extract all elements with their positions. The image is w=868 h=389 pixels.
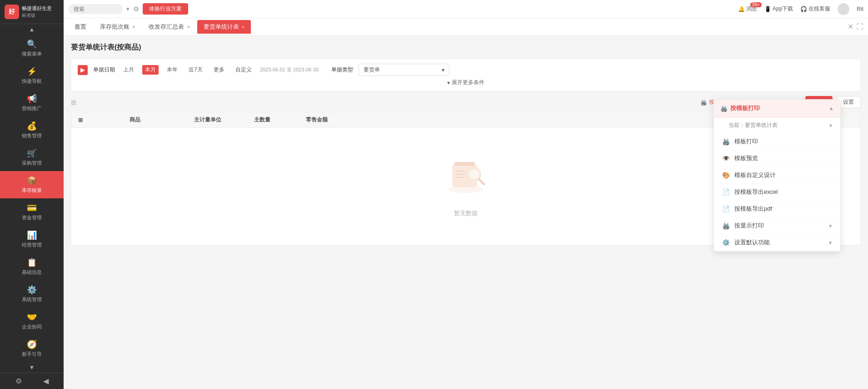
type-select[interactable]: 要货单 ▾ xyxy=(359,64,449,76)
sidebar-item-search[interactable]: 🔍 搜索菜单 xyxy=(0,35,64,62)
topbar: ▾ ⚙ 体验行业方案 🔔 消息 99+ 📱 App下载 🎧 在线客服 Rit xyxy=(64,0,868,18)
empty-text: 暂无数据 xyxy=(454,209,478,217)
svg-point-4 xyxy=(469,169,479,179)
tab-inventory-batch[interactable]: 库存批次账 × xyxy=(94,20,141,34)
coop-icon: 🤝 xyxy=(27,312,37,322)
sidebar-item-marketing[interactable]: 📢 营销推广 xyxy=(0,89,64,116)
col-config-icon[interactable]: ⊞ xyxy=(71,117,90,123)
operations-icon: 📊 xyxy=(27,230,37,240)
type-filter-label: 单据类型 xyxy=(331,66,353,74)
headset-icon: 🎧 xyxy=(800,6,807,12)
display-print-icon: 🖨️ xyxy=(722,222,730,229)
empty-illustration xyxy=(443,155,489,205)
date-more-btn[interactable]: 更多 xyxy=(211,65,227,75)
default-func-label: 设置默认功能 xyxy=(734,238,770,247)
main-area: ▾ ⚙ 体验行业方案 🔔 消息 99+ 📱 App下载 🎧 在线客服 Rit 首… xyxy=(64,0,868,389)
export-pdf-item[interactable]: 📄 按模板导出pdf xyxy=(714,201,840,217)
sidebar-item-sales[interactable]: 💰 销售管理 xyxy=(0,116,64,144)
col-qty: 主数量 xyxy=(235,116,289,124)
sidebar-item-guide[interactable]: 🧭 新手引导 xyxy=(0,335,64,362)
sidebar-label-search: 搜索菜单 xyxy=(22,51,42,57)
sidebar-item-system[interactable]: ⚙️ 系统管理 xyxy=(0,280,64,308)
scroll-down[interactable]: ▼ xyxy=(0,362,64,373)
topbar-right: 🔔 消息 99+ 📱 App下载 🎧 在线客服 Rit xyxy=(738,3,863,15)
sidebar-label-operations: 经营管理 xyxy=(22,242,42,248)
sidebar-label-basics: 基础信息 xyxy=(22,269,42,276)
template-preview-item[interactable]: 👁️ 模板预览 xyxy=(714,150,840,167)
sidebar-item-finance[interactable]: 💳 资金管理 xyxy=(0,198,64,226)
svg-rect-2 xyxy=(454,162,475,166)
message-button[interactable]: 🔔 消息 99+ xyxy=(738,5,757,13)
tab-receivable-summary[interactable]: 收发存汇总表 × xyxy=(142,20,196,34)
export-pdf-label: 按模板导出pdf xyxy=(734,205,772,213)
user-avatar[interactable] xyxy=(838,3,849,15)
dropdown-close-btn[interactable]: ▲ xyxy=(828,105,834,111)
filter-expand-icon[interactable]: ▶ xyxy=(78,65,88,75)
display-print-section[interactable]: 🖨️ 按显示打印 ▾ xyxy=(714,217,840,234)
settings-gear-icon[interactable]: ⚙ xyxy=(133,5,139,13)
message-badge: 99+ xyxy=(750,2,762,7)
dropdown-title: 按模板打印 xyxy=(730,104,760,112)
close-inventory-batch-icon[interactable]: × xyxy=(132,24,135,30)
tab-home[interactable]: 首页 xyxy=(68,20,93,34)
export-excel-item[interactable]: 📄 按模板导出excel xyxy=(714,184,840,201)
close-order-stats-icon[interactable]: × xyxy=(242,24,244,30)
display-print-label: 按显示打印 xyxy=(734,222,764,230)
date-this-year-btn[interactable]: 本年 xyxy=(164,65,180,75)
search-icon: 🔍 xyxy=(27,39,37,49)
display-print-arrow: ▾ xyxy=(829,222,832,229)
service-button[interactable]: 🎧 在线客服 xyxy=(800,5,830,13)
default-func-section[interactable]: ⚙️ 设置默认功能 ▾ xyxy=(714,234,840,251)
sidebar-item-operations[interactable]: 📊 经营管理 xyxy=(0,226,64,253)
default-func-icon: ⚙️ xyxy=(722,239,730,246)
guide-icon: 🧭 xyxy=(27,339,37,349)
expand-icon: ▾ xyxy=(447,80,450,86)
template-preview-icon: 👁️ xyxy=(722,155,730,162)
template-preview-label: 模板预览 xyxy=(734,154,758,162)
print-dropdown: 🖨️ 按模板打印 ▲ 当前：要货单统计表 ▾ 🖨️ 模板打印 👁️ 模板预览 🎨 xyxy=(713,99,841,252)
sidebar-item-basics[interactable]: 📋 基础信息 xyxy=(0,253,64,280)
template-print-icon: 🖨️ xyxy=(722,138,730,145)
date-last-7-days-btn[interactable]: 近7天 xyxy=(186,65,205,75)
template-design-item[interactable]: 🎨 模板自定义设计 xyxy=(714,167,840,184)
grid-icon: ⊞ xyxy=(71,99,76,106)
current-template-arrow: ▾ xyxy=(829,122,832,129)
settings-icon[interactable]: ⚙ xyxy=(15,377,22,385)
search-input[interactable] xyxy=(68,4,123,14)
scroll-up[interactable]: ▲ xyxy=(0,24,64,35)
col-config-btn[interactable]: ⊞ xyxy=(71,99,76,106)
close-receivable-summary-icon[interactable]: × xyxy=(187,24,190,30)
type-select-value: 要货单 xyxy=(364,66,380,74)
inventory-icon: 📦 xyxy=(27,176,37,186)
export-excel-label: 按模板导出excel xyxy=(734,188,778,196)
sidebar-item-inventory[interactable]: 📦 库存核算 xyxy=(0,171,64,198)
sidebar-item-coop[interactable]: 🤝 企业协同 xyxy=(0,308,64,335)
date-last-month-btn[interactable]: 上月 xyxy=(120,65,137,75)
trial-button[interactable]: 体验行业方案 xyxy=(143,3,188,15)
print-icon: 🖨️ xyxy=(700,99,707,106)
sidebar-item-shortcut[interactable]: ⚡ 快捷导航 xyxy=(0,62,64,89)
tabs-right-controls: ✕ ⛶ xyxy=(848,22,863,31)
date-custom-btn[interactable]: 自定义 xyxy=(233,65,254,75)
export-excel-icon: 📄 xyxy=(722,188,730,196)
close-tab-icon[interactable]: ✕ xyxy=(848,22,853,31)
maximize-icon[interactable]: ⛶ xyxy=(856,23,863,31)
sidebar-label-coop: 企业协同 xyxy=(22,323,42,330)
sidebar-item-purchase[interactable]: 🛒 采购管理 xyxy=(0,144,64,171)
app-download-button[interactable]: 📱 App下载 xyxy=(764,5,793,13)
current-template-item[interactable]: 当前：要货单统计表 ▾ xyxy=(714,117,840,133)
expand-more-btn[interactable]: ▾ 展开更多条件 xyxy=(447,79,484,86)
date-this-month-btn[interactable]: 本月 xyxy=(142,65,159,75)
template-design-label: 模板自定义设计 xyxy=(734,171,776,179)
basics-icon: 📋 xyxy=(27,258,37,268)
sidebar-bottom: ⚙ ◀ xyxy=(0,373,64,389)
tab-inventory-batch-label: 库存批次账 xyxy=(100,23,130,31)
filter-bar: ▶ 单据日期 上月 本月 本年 近7天 更多 自定义 2023-06-01 至 … xyxy=(71,59,861,91)
tab-order-stats-label: 要货单统计表 xyxy=(204,23,239,31)
collapse-icon[interactable]: ◀ xyxy=(43,377,49,385)
template-print-item[interactable]: 🖨️ 模板打印 xyxy=(714,133,840,150)
tabs-bar: 首页 库存批次账 × 收发存汇总表 × 要货单统计表 × ✕ ⛶ xyxy=(64,18,868,35)
dropdown-chevron-icon[interactable]: ▾ xyxy=(126,5,130,12)
page-title: 要货单统计表(按商品) xyxy=(71,43,861,52)
tab-order-stats[interactable]: 要货单统计表 × xyxy=(197,20,251,34)
